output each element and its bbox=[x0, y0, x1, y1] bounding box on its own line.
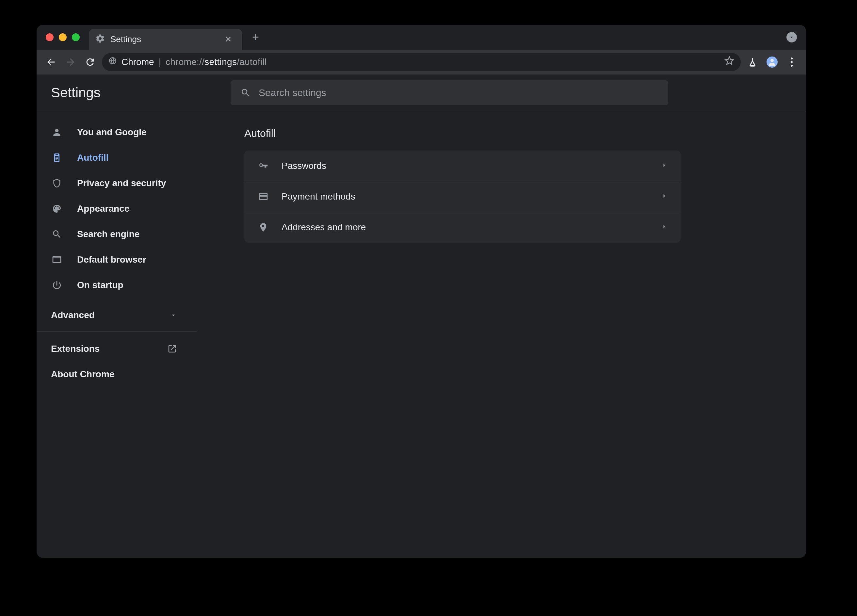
window-controls bbox=[46, 33, 80, 41]
browser-window: Settings ✕ + Chrome | chrome://setti bbox=[37, 25, 806, 558]
search-settings-box[interactable] bbox=[230, 80, 668, 105]
labs-icon[interactable] bbox=[745, 54, 760, 70]
sidebar-label: You and Google bbox=[77, 127, 147, 138]
tab-strip: Settings ✕ + bbox=[37, 25, 806, 50]
reload-button[interactable] bbox=[82, 54, 98, 70]
key-icon bbox=[257, 161, 269, 171]
site-info-icon[interactable] bbox=[108, 57, 117, 67]
url-text: chrome://settings/autofill bbox=[166, 57, 720, 67]
sidebar-about-link[interactable]: About Chrome bbox=[37, 362, 196, 387]
chevron-right-icon bbox=[661, 223, 668, 231]
chevron-right-icon bbox=[661, 162, 668, 170]
url-scheme: chrome:// bbox=[166, 57, 204, 67]
search-icon bbox=[240, 88, 251, 98]
sidebar-label: Privacy and security bbox=[77, 178, 166, 189]
section-title: Autofill bbox=[244, 127, 806, 139]
svg-rect-2 bbox=[56, 158, 58, 159]
browser-icon bbox=[51, 254, 63, 265]
row-label: Passwords bbox=[282, 161, 649, 171]
settings-main-panel: Autofill Passwords Payment methods bbox=[196, 111, 806, 558]
search-icon bbox=[51, 229, 63, 240]
sidebar-item-you-and-google[interactable]: You and Google bbox=[37, 119, 196, 145]
forward-button[interactable] bbox=[63, 54, 78, 70]
sidebar-item-on-startup[interactable]: On startup bbox=[37, 272, 196, 298]
row-label: Payment methods bbox=[282, 191, 649, 202]
power-icon bbox=[51, 280, 63, 290]
address-bar[interactable]: Chrome | chrome://settings/autofill bbox=[102, 53, 741, 71]
settings-sidebar: You and Google Autofill Privacy and secu… bbox=[37, 111, 196, 558]
svg-rect-3 bbox=[56, 159, 57, 160]
chevron-down-icon bbox=[170, 312, 177, 319]
profile-button[interactable] bbox=[764, 54, 780, 70]
sidebar-item-default-browser[interactable]: Default browser bbox=[37, 247, 196, 272]
shield-icon bbox=[51, 178, 63, 189]
extensions-label: Extensions bbox=[51, 344, 100, 354]
palette-icon bbox=[51, 203, 63, 214]
open-in-new-icon bbox=[167, 344, 177, 354]
row-passwords[interactable]: Passwords bbox=[244, 150, 681, 181]
gear-icon bbox=[95, 34, 105, 45]
window-close-button[interactable] bbox=[46, 33, 54, 41]
browser-toolbar: Chrome | chrome://settings/autofill bbox=[37, 50, 806, 74]
chevron-down-circle-icon bbox=[786, 32, 797, 42]
url-chip: Chrome bbox=[122, 57, 154, 67]
location-pin-icon bbox=[257, 222, 269, 232]
settings-body: You and Google Autofill Privacy and secu… bbox=[37, 111, 806, 558]
url-separator: | bbox=[159, 57, 161, 67]
incognito-indicator[interactable] bbox=[786, 32, 797, 42]
url-path: /autofill bbox=[237, 57, 266, 67]
close-tab-icon[interactable]: ✕ bbox=[222, 34, 235, 45]
chevron-right-icon bbox=[661, 193, 668, 201]
svg-rect-1 bbox=[56, 157, 58, 158]
sidebar-item-appearance[interactable]: Appearance bbox=[37, 196, 196, 221]
back-button[interactable] bbox=[43, 54, 59, 70]
clipboard-icon bbox=[51, 153, 63, 163]
sidebar-item-search-engine[interactable]: Search engine bbox=[37, 221, 196, 247]
credit-card-icon bbox=[257, 191, 269, 202]
sidebar-label: Search engine bbox=[77, 229, 139, 240]
menu-button[interactable] bbox=[784, 54, 800, 70]
window-minimize-button[interactable] bbox=[59, 33, 67, 41]
sidebar-label: Autofill bbox=[77, 153, 108, 163]
sidebar-divider bbox=[37, 331, 196, 331]
url-host: settings bbox=[204, 57, 237, 67]
settings-header: Settings bbox=[37, 74, 806, 111]
about-label: About Chrome bbox=[51, 369, 114, 379]
search-input[interactable] bbox=[259, 87, 658, 98]
page-title: Settings bbox=[51, 85, 230, 101]
window-maximize-button[interactable] bbox=[72, 33, 80, 41]
avatar-icon bbox=[767, 57, 778, 68]
row-label: Addresses and more bbox=[282, 222, 649, 232]
person-icon bbox=[51, 127, 63, 138]
row-addresses[interactable]: Addresses and more bbox=[244, 212, 681, 243]
row-payment-methods[interactable]: Payment methods bbox=[244, 181, 681, 212]
autofill-card: Passwords Payment methods Addresses and … bbox=[244, 150, 681, 243]
tab-title: Settings bbox=[110, 34, 217, 45]
sidebar-label: On startup bbox=[77, 280, 124, 290]
advanced-label: Advanced bbox=[51, 310, 95, 320]
sidebar-item-autofill[interactable]: Autofill bbox=[37, 145, 196, 170]
sidebar-label: Appearance bbox=[77, 203, 129, 214]
new-tab-button[interactable]: + bbox=[248, 29, 263, 46]
sidebar-item-privacy[interactable]: Privacy and security bbox=[37, 170, 196, 196]
kebab-icon bbox=[791, 57, 793, 67]
sidebar-advanced-toggle[interactable]: Advanced bbox=[37, 302, 196, 328]
sidebar-label: Default browser bbox=[77, 254, 146, 265]
bookmark-star-icon[interactable] bbox=[724, 56, 734, 68]
sidebar-extensions-link[interactable]: Extensions bbox=[37, 336, 196, 362]
browser-tab[interactable]: Settings ✕ bbox=[89, 29, 242, 50]
settings-page: Settings You and Google Autofill bbox=[37, 74, 806, 558]
